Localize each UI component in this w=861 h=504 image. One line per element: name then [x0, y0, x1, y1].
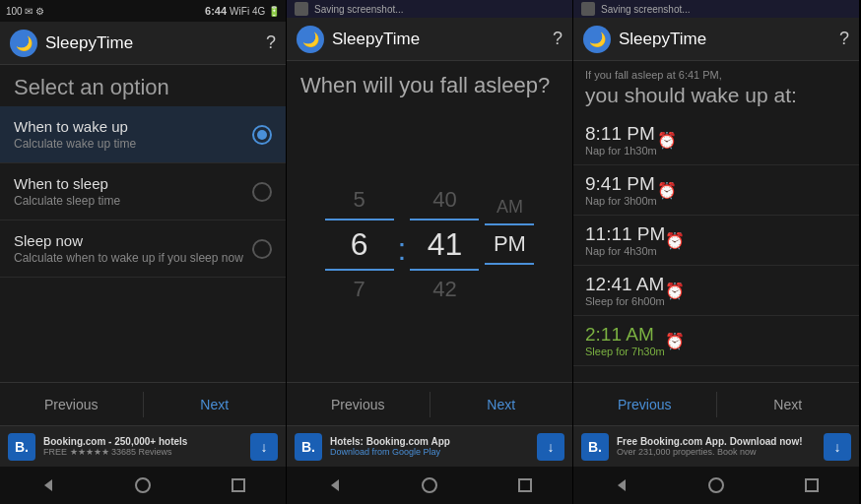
screenshot-banner-3: Saving screenshot...	[573, 0, 859, 18]
wake-item-2[interactable]: 11:11 PM Nap for 4h30m ⏰	[573, 216, 859, 266]
radio-sleep-now[interactable]	[252, 239, 272, 259]
ad-subtitle-2: Download from Google Play	[330, 447, 529, 457]
panel-wake-times: Saving screenshot... 🌙 SleepyTime ? If y…	[573, 0, 860, 504]
ampm-current[interactable]: PM	[485, 223, 534, 265]
wake-item-4[interactable]: 2:11 AM Sleep for 7h30m ⏰	[573, 316, 859, 366]
ad-title-1: Booking.com - 250,000+ hotels	[43, 436, 242, 447]
time-colon: :	[394, 231, 411, 268]
ad-bar-3: B. Free Booking.com App. Download now! O…	[573, 425, 859, 467]
app-logo-3: 🌙	[583, 26, 611, 53]
back-button-3[interactable]	[603, 472, 638, 499]
status-bar-1: 100 ✉ ⚙ 6:44 WiFi 4G 🔋	[0, 0, 286, 22]
wake-nap-3: Sleep for 6h00m	[585, 295, 665, 307]
option-wake-title: When to wake up	[14, 118, 252, 135]
option-wake-up[interactable]: When to wake up Calculate wake up time	[0, 106, 286, 163]
minute-current[interactable]: 41	[410, 219, 479, 271]
recent-icon-1	[230, 476, 247, 494]
wake-time-4: 2:11 AM	[585, 324, 665, 346]
option-sleep-subtitle: Calculate sleep time	[14, 194, 252, 208]
svg-point-4	[423, 478, 436, 492]
option-list-1: When to wake up Calculate wake up time W…	[0, 106, 286, 382]
radio-when-sleep[interactable]	[252, 182, 272, 202]
home-button-1[interactable]	[125, 472, 161, 499]
back-icon-1	[38, 476, 56, 494]
ad-bar-2: B. Hotels: Booking.com App Download from…	[287, 425, 572, 467]
home-button-2[interactable]	[412, 472, 447, 499]
ad-icon-3: B.	[581, 433, 609, 461]
option-now-text: Sleep now Calculate when to wake up if y…	[14, 232, 252, 265]
hour-column[interactable]: 5 6 7	[325, 181, 394, 308]
wake-time-2: 11:11 PM	[585, 223, 665, 245]
time-picker: 5 6 7 : 40 41 42 AM PM .	[325, 181, 535, 308]
ampm-above: AM	[497, 191, 523, 223]
wake-header-large: you should wake up at:	[573, 83, 859, 115]
status-left-1: 100 ✉ ⚙	[6, 6, 44, 17]
content-1: Select an option When to wake up Calcula…	[0, 65, 286, 504]
home-button-3[interactable]	[698, 472, 734, 499]
wake-item-1[interactable]: 9:41 PM Nap for 3h00m ⏰	[573, 165, 859, 216]
option-now-title: Sleep now	[14, 232, 252, 249]
wake-time-0: 8:11 PM	[585, 123, 657, 145]
radio-wake-up[interactable]	[252, 125, 272, 145]
svg-point-7	[709, 478, 723, 492]
nav-bar-3	[573, 467, 859, 504]
status-indicators-1: 100 ✉ ⚙	[6, 6, 44, 17]
wake-list: 8:11 PM Nap for 1h30m ⏰ 9:41 PM Nap for …	[573, 115, 859, 382]
wake-item-3[interactable]: 12:41 AM Sleep for 6h00m ⏰	[573, 266, 859, 316]
ampm-column[interactable]: AM PM .	[485, 191, 534, 297]
section-header-1: Select an option	[0, 65, 286, 106]
nav-bar-1	[0, 467, 286, 504]
hour-above: 5	[353, 181, 364, 219]
wake-item-0[interactable]: 8:11 PM Nap for 1h30m ⏰	[573, 115, 859, 165]
app-title-1: SleepyTime	[45, 33, 266, 53]
wake-nap-1: Nap for 3h00m	[585, 195, 657, 207]
ad-download-2[interactable]: ↓	[537, 433, 564, 461]
ad-download-3[interactable]: ↓	[824, 433, 851, 461]
recent-button-1[interactable]	[221, 472, 256, 499]
option-when-sleep[interactable]: When to sleep Calculate sleep time	[0, 163, 286, 220]
app-bar-2: 🌙 SleepyTime ?	[287, 18, 572, 61]
next-button-1[interactable]: Next	[144, 383, 287, 425]
next-button-2[interactable]: Next	[430, 383, 573, 425]
ad-title-3: Free Booking.com App. Download now!	[617, 436, 816, 447]
wake-item-0-text: 8:11 PM Nap for 1h30m	[585, 123, 657, 157]
alarm-icon-1[interactable]: ⏰	[657, 181, 677, 200]
app-logo-2: 🌙	[297, 26, 324, 53]
help-button-2[interactable]: ?	[553, 29, 563, 49]
bottom-bar-2: Previous Next	[287, 382, 572, 425]
prev-button-1[interactable]: Previous	[0, 383, 143, 425]
back-button-2[interactable]	[316, 472, 352, 499]
content-3: If you fall asleep at 6:41 PM, you shoul…	[573, 61, 859, 504]
ad-bar-1: B. Booking.com - 250,000+ hotels FREE ★★…	[0, 425, 286, 467]
next-button-3[interactable]: Next	[717, 383, 860, 425]
recent-button-3[interactable]	[794, 472, 829, 499]
screenshot-text-2: Saving screenshot...	[314, 4, 404, 15]
option-sleep-title: When to sleep	[14, 175, 252, 192]
svg-marker-6	[618, 479, 626, 491]
alarm-icon-2[interactable]: ⏰	[665, 231, 685, 250]
alarm-icon-4[interactable]: ⏰	[665, 332, 685, 350]
prev-button-3[interactable]: Previous	[573, 383, 716, 425]
app-logo-1: 🌙	[10, 30, 37, 57]
ad-subtitle-3: Over 231,000 properties. Book now	[617, 447, 816, 457]
minute-below: 42	[432, 271, 456, 308]
wake-nap-0: Nap for 1h30m	[585, 145, 657, 157]
minute-column[interactable]: 40 41 42	[410, 181, 479, 308]
option-sleep-now[interactable]: Sleep now Calculate when to wake up if y…	[0, 220, 286, 278]
status-time-1: 6:44	[205, 5, 227, 17]
wake-header-small: If you fall asleep at 6:41 PM,	[573, 61, 859, 83]
ad-download-1[interactable]: ↓	[250, 433, 278, 461]
back-button-1[interactable]	[30, 472, 65, 499]
hour-current[interactable]: 6	[325, 219, 394, 271]
help-button-1[interactable]: ?	[266, 32, 276, 53]
hour-below: 7	[353, 271, 364, 308]
svg-rect-5	[519, 479, 531, 491]
help-button-3[interactable]: ?	[839, 29, 849, 49]
recent-button-2[interactable]	[507, 472, 543, 499]
bottom-bar-3: Previous Next	[573, 382, 859, 425]
alarm-icon-0[interactable]: ⏰	[657, 131, 677, 150]
alarm-icon-3[interactable]: ⏰	[665, 282, 685, 300]
prev-button-2[interactable]: Previous	[287, 383, 430, 425]
screenshot-text-3: Saving screenshot...	[601, 4, 691, 15]
option-sleep-text: When to sleep Calculate sleep time	[14, 175, 252, 208]
